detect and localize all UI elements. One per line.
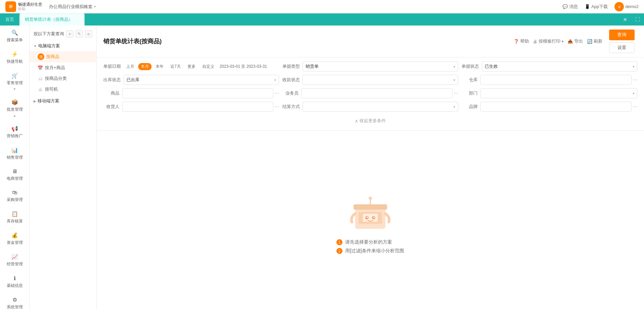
app-sub-title: 标版 — [18, 7, 42, 11]
sidebar-item-purchase-label: 采购管理 — [7, 197, 23, 203]
settlement-label: 结算方式 — [282, 104, 303, 110]
filter-row-2: 出库状态 已出库 ▾ 收款状态 ▾ 仓库 — [103, 75, 637, 85]
scheme-edit-btn[interactable]: ✎ — [75, 30, 83, 38]
warehouse-label: 仓库 — [462, 77, 480, 83]
sidebar-item-marketing[interactable]: 📢 营销推广 — [0, 121, 29, 143]
sidebar-item-ops[interactable]: 📈 经营管理 — [0, 250, 29, 271]
date-tab-custom[interactable]: 自定义 — [200, 63, 217, 70]
sidebar-item-system[interactable]: ⚙ 系统管理 — [0, 293, 29, 310]
collapse-btn[interactable]: ∧ 收起更多条件 — [103, 115, 637, 126]
sidebar-item-ecom[interactable]: 🖥 电商管理 — [0, 164, 29, 186]
scheme-item-by-category[interactable]: 🗂 按商品分类 — [30, 73, 96, 84]
settlement-arrow-icon: ▾ — [453, 105, 455, 109]
tab-home[interactable]: 首页 — [0, 13, 19, 25]
date-tab-7days[interactable]: 近7天 — [168, 63, 183, 70]
date-tab-more[interactable]: 更多 — [185, 63, 198, 70]
sidebar-item-search[interactable]: 🔍 搜索菜单 — [0, 25, 29, 47]
date-tab-this-year[interactable]: 本年 — [153, 63, 166, 70]
collapse-icon: « — [87, 31, 90, 37]
doc-status-value: 已生效 — [485, 63, 633, 69]
tab-close-icon[interactable]: ✕ — [76, 17, 79, 22]
sidebar-item-finance-label: 资金管理 — [7, 240, 23, 246]
sidebar-item-stock[interactable]: 📋 库存核算 — [0, 207, 29, 228]
logo-icon: 好 — [5, 1, 16, 12]
app-name-dropdown-icon[interactable]: ▾ — [94, 4, 96, 9]
app-name-area[interactable]: 办公用品行业模拟账套 ▾ — [49, 4, 96, 10]
recipient-input[interactable] — [122, 102, 273, 112]
user-name: demo2 — [625, 4, 639, 9]
scheme-group-mobile-title[interactable]: ▶ 移动端方案 — [30, 96, 96, 106]
scheme-collapse-btn[interactable]: « — [85, 30, 92, 38]
empty-svg — [347, 187, 394, 234]
sidebar-item-purchase[interactable]: 🛍 采购管理 — [0, 186, 29, 207]
scheme-group-pc-title[interactable]: ▼ 电脑端方案 — [30, 41, 96, 51]
fullscreen-icon[interactable]: ⛶ — [631, 17, 644, 22]
filter-area: 单据日期 上月 本月 本年 近7天 更多 自定义 2023-03-01 至 20… — [97, 57, 644, 131]
filter-brand-cell: 品牌 ··· — [462, 102, 637, 112]
tabbar: 首页 销货单统计表（按商品） ✕ ✕ ⛶ — [0, 13, 644, 25]
main-layout: 🔍 搜索菜单 ⚡ 快捷导航 🛒 零售管理 ▼ 📦 批发管理 ▲ 📢 营销推广 📊… — [0, 25, 644, 310]
scheme-item-by-month-product[interactable]: 📅 按月+商品 — [30, 62, 96, 73]
scheme-item-by-month-label: 按月+商品 — [45, 65, 65, 71]
scheme-item-by-printer[interactable]: 🖨 按司机 — [30, 84, 96, 95]
avatar-initials: d — [618, 5, 620, 9]
query-btn[interactable]: 查询 — [609, 30, 635, 40]
query-btns-area: 查询 设置 — [606, 30, 637, 53]
scheme-add-btn[interactable]: + — [66, 30, 73, 38]
doc-status-select[interactable]: 已生效 ▾ — [482, 61, 637, 71]
refresh-btn[interactable]: 🔄 刷新 — [587, 38, 602, 44]
empty-hint-2: 2 用[过滤]条件来缩小分析范围 — [336, 248, 404, 254]
page-title: 销货单统计表(按商品) — [103, 37, 162, 45]
basic-icon: ℹ — [14, 275, 16, 281]
salesperson-label: 业务员 — [282, 90, 301, 96]
sidebar-item-quick-nav[interactable]: ⚡ 快捷导航 — [0, 47, 29, 68]
warehouse-dots-icon[interactable]: ··· — [633, 77, 637, 83]
filter-payment-cell: 收款状态 ▾ — [282, 75, 458, 85]
by-month-icon: 📅 — [38, 65, 43, 70]
message-btn[interactable]: 💬 消息 — [562, 4, 578, 10]
payment-select[interactable]: ▾ — [303, 75, 458, 85]
salesperson-input[interactable] — [301, 88, 452, 98]
out-status-select[interactable]: 已出库 ▾ — [123, 75, 279, 85]
print-btn[interactable]: 🖨 按模板打印 ▾ — [533, 38, 564, 44]
brand-dots-icon[interactable]: ··· — [633, 104, 637, 110]
user-area[interactable]: d demo2 — [614, 2, 639, 11]
sidebar-item-sales[interactable]: 📊 销售管理 — [0, 143, 29, 164]
wholesale-expand-icon: ▲ — [13, 114, 16, 117]
recipient-dots-icon[interactable]: ··· — [275, 104, 279, 110]
help-btn[interactable]: ❓ 帮助 — [514, 38, 529, 44]
svg-rect-1 — [354, 204, 387, 210]
scheme-item-by-product[interactable]: 按 按商品 — [30, 51, 96, 62]
date-tab-last-month[interactable]: 上月 — [123, 63, 137, 70]
product-dots-icon[interactable]: ··· — [275, 90, 279, 96]
brand-input[interactable] — [480, 102, 632, 112]
by-product-dot-icon: 按 — [38, 53, 44, 60]
warehouse-input[interactable] — [480, 75, 632, 85]
svg-point-7 — [373, 217, 375, 218]
setting-btn[interactable]: 设置 — [609, 42, 635, 53]
collapse-up-icon: ∧ — [355, 118, 358, 123]
date-tab-this-month[interactable]: 本月 — [138, 63, 152, 70]
app-download-btn[interactable]: 📱 App下载 — [585, 4, 608, 10]
pc-group-label: 电脑端方案 — [38, 43, 60, 49]
sidebar-item-finance[interactable]: 💰 资金管理 — [0, 228, 29, 250]
close-window-icon[interactable]: ✕ — [619, 16, 631, 23]
product-input[interactable] — [122, 88, 273, 98]
tab-sales-stats[interactable]: 销货单统计表（按商品） ✕ — [19, 13, 85, 25]
sidebar-item-ops-label: 经营管理 — [7, 261, 23, 267]
salesperson-dots-icon[interactable]: ··· — [454, 90, 458, 96]
sidebar-item-wholesale[interactable]: 📦 批发管理 ▲ — [0, 95, 29, 121]
page-actions: ❓ 帮助 🖨 按模板打印 ▾ 📤 导出 🔄 — [514, 30, 637, 53]
app-full-name: 畅捷通好生意 — [18, 2, 42, 7]
date-label: 单据日期 — [103, 63, 123, 69]
empty-hint-1: 1 请先选择要分析的方案 — [336, 239, 404, 245]
out-status-value: 已出库 — [126, 77, 274, 83]
print-dropdown-icon: ▾ — [562, 40, 564, 43]
filter-date-cell: 单据日期 上月 本月 本年 近7天 更多 自定义 2023-03-01 至 20… — [103, 63, 279, 70]
doc-type-select[interactable]: 销货单 ▾ — [303, 61, 458, 71]
sidebar-item-basic[interactable]: ℹ 基础信息 — [0, 271, 29, 293]
sidebar-item-retail[interactable]: 🛒 零售管理 ▼ — [0, 68, 29, 95]
settlement-select[interactable]: ▾ — [303, 102, 458, 112]
export-btn[interactable]: 📤 导出 — [568, 38, 583, 44]
department-select[interactable]: ▾ — [480, 88, 637, 98]
